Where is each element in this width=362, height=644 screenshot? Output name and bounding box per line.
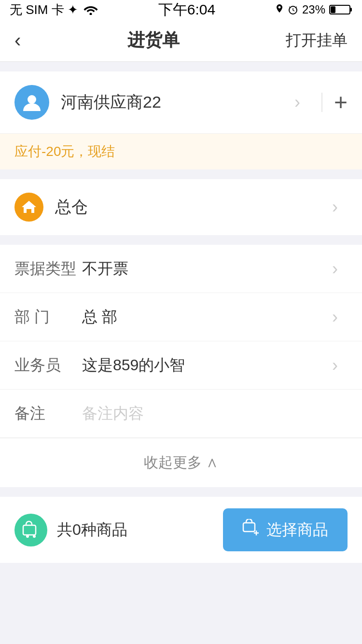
supplier-row[interactable]: 河南供应商22 › +: [0, 71, 362, 134]
supplier-name: 河南供应商22: [61, 91, 294, 113]
battery-pct: 23%: [302, 3, 325, 16]
ticket-type-row[interactable]: 票据类型 不开票 ›: [0, 245, 362, 293]
page-background: [0, 563, 362, 644]
warehouse-section: 总仓 ›: [0, 179, 362, 235]
salesperson-row[interactable]: 业务员 这是859的小智 ›: [0, 341, 362, 390]
collapse-label: 收起更多 ∧: [144, 454, 218, 470]
ticket-type-value: 不开票: [82, 258, 332, 280]
add-supplier-button[interactable]: +: [334, 91, 348, 114]
battery-icon: [329, 4, 352, 15]
status-right: 23%: [275, 3, 352, 16]
form-section: 票据类型 不开票 › 部 门 总 部 › 业务员 这是859的小智 › 备注 备…: [0, 245, 362, 487]
supplier-section: 河南供应商22 › + 应付-20元，现结: [0, 71, 362, 169]
remark-row[interactable]: 备注 备注内容: [0, 390, 362, 438]
status-left: 无 SIM 卡 ✦: [10, 1, 98, 18]
back-button[interactable]: ‹: [14, 29, 21, 51]
open-pending-button[interactable]: 打开挂单: [286, 30, 348, 51]
svg-rect-10: [243, 523, 255, 532]
warehouse-chevron-icon: ›: [332, 197, 338, 217]
svg-point-9: [33, 535, 36, 538]
warehouse-name: 总仓: [55, 196, 332, 218]
house-icon: [20, 198, 38, 216]
page-title: 进货单: [127, 28, 180, 52]
salesperson-value: 这是859的小智: [82, 355, 332, 376]
department-label: 部 门: [14, 307, 82, 328]
warehouse-row[interactable]: 总仓 ›: [0, 179, 362, 235]
remark-placeholder: 备注内容: [82, 403, 348, 424]
status-time: 下午6:04: [158, 0, 215, 20]
notice-bar: 应付-20元，现结: [0, 134, 362, 169]
person-icon: [21, 92, 42, 113]
ticket-type-label: 票据类型: [14, 258, 82, 280]
svg-rect-7: [23, 525, 36, 535]
salesperson-label: 业务员: [14, 355, 82, 376]
wifi-icon: [83, 4, 98, 15]
remark-label: 备注: [14, 403, 82, 424]
supplier-avatar: [14, 85, 49, 120]
cart-icon: [21, 520, 41, 540]
select-product-icon: [242, 519, 260, 541]
location-icon: [275, 4, 284, 15]
svg-point-8: [26, 535, 29, 538]
select-product-label: 选择商品: [266, 519, 328, 541]
notice-text: 应付-20元，现结: [14, 144, 115, 159]
department-chevron-icon: ›: [332, 307, 338, 327]
svg-rect-4: [331, 6, 335, 13]
add-cart-icon: [242, 519, 260, 536]
department-row[interactable]: 部 门 总 部 ›: [0, 293, 362, 341]
sim-status: 无 SIM 卡 ✦: [10, 1, 78, 18]
gap-2: [0, 169, 362, 179]
product-icon: [14, 514, 47, 546]
product-count: 共0种商品: [57, 519, 223, 541]
department-value: 总 部: [82, 307, 332, 328]
bottom-bar: 共0种商品 选择商品: [0, 497, 362, 563]
alarm-icon: [288, 4, 298, 15]
salesperson-chevron-icon: ›: [332, 355, 338, 376]
supplier-chevron-icon: ›: [294, 92, 300, 112]
svg-rect-3: [350, 8, 352, 12]
svg-point-5: [28, 95, 36, 104]
svg-rect-6: [27, 209, 31, 213]
supplier-divider: [321, 93, 322, 112]
select-product-button[interactable]: 选择商品: [223, 508, 348, 551]
status-bar: 无 SIM 卡 ✦ 下午6:04 23%: [0, 0, 362, 19]
warehouse-icon: [14, 193, 43, 222]
nav-bar: ‹ 进货单 打开挂单: [0, 19, 362, 62]
ticket-type-chevron-icon: ›: [332, 259, 338, 279]
gap-1: [0, 62, 362, 71]
collapse-bar[interactable]: 收起更多 ∧: [0, 438, 362, 487]
svg-point-0: [89, 13, 92, 15]
